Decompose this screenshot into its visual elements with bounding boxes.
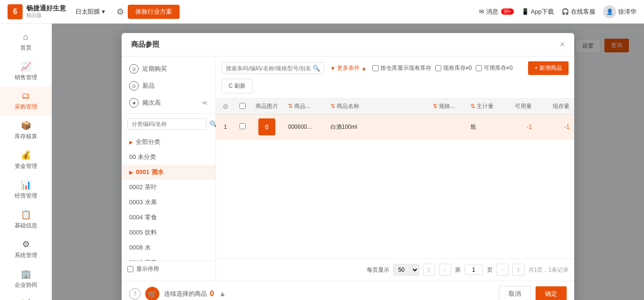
nav-recent-purchase[interactable]: ⊙ 近期购买: [122, 60, 215, 77]
last-page-button[interactable]: ⟫: [512, 264, 525, 276]
recent-purchase-label: 近期购买: [142, 65, 167, 73]
col-img-label: 商品图片: [256, 103, 278, 109]
cart-text-area: 连续选择的商品 0: [164, 290, 214, 298]
cart-text-label: 连续选择的商品: [164, 290, 207, 298]
app-download-btn[interactable]: 📱 App下载: [521, 8, 554, 16]
cancel-button[interactable]: 取消: [499, 286, 531, 300]
logo-icon: 6: [8, 4, 23, 19]
mobile-icon: 📱: [521, 8, 529, 15]
per-page-select[interactable]: 50 100 200: [393, 264, 419, 275]
sidebar-item-home[interactable]: ⌂ 首页: [0, 27, 51, 57]
sidebar-label-system: 系统管理: [15, 251, 37, 259]
filter-warehouse-check[interactable]: 按仓库显示现有库存: [372, 64, 431, 72]
page-suffix: 页: [487, 266, 493, 274]
category-search-input[interactable]: [127, 118, 206, 130]
category-item-0004[interactable]: 0004 零食: [122, 210, 215, 225]
category-label-0003: 0003 水果: [129, 199, 157, 206]
headset-icon: 🎧: [561, 8, 569, 15]
show-disabled-checkbox[interactable]: [127, 266, 133, 272]
help-button[interactable]: ?: [129, 288, 140, 300]
category-item-0005[interactable]: 0005 饮料: [122, 225, 215, 240]
sidebar-label-sales: 销售管理: [15, 74, 37, 82]
sidebar-item-system[interactable]: ⚙ 系统管理: [0, 234, 51, 264]
store-selector[interactable]: 日太阳膜 ▾: [75, 8, 107, 16]
category-item-0008[interactable]: 0008 水: [122, 240, 215, 255]
sidebar-item-sales[interactable]: 📈 销售管理: [0, 57, 51, 86]
sidebar-item-basic-info[interactable]: 📋 基础信息: [0, 205, 51, 234]
username: 徐泽华: [618, 8, 636, 16]
logo-text: 畅捷通好生意: [26, 4, 66, 12]
col-unit-header[interactable]: ⇅ 主计量: [466, 99, 499, 115]
recent-purchase-icon: ⊙: [129, 64, 139, 74]
category-label-all: 全部分类: [136, 138, 160, 146]
row-checkbox-cell[interactable]: [235, 115, 250, 140]
first-page-button[interactable]: ⟪: [423, 264, 435, 276]
collapse-left-icon[interactable]: ≪: [202, 100, 208, 106]
col-code-header[interactable]: ⇅ 商品...: [283, 99, 326, 115]
row-no: 1: [216, 115, 235, 140]
main-layout: ⌂ 首页 📈 销售管理 🗂 采购管理 📦 库存核算 💰 资金管理 📊 经营管理 …: [0, 24, 644, 300]
online-service-btn[interactable]: 🎧 在线客服: [561, 8, 595, 16]
topnav: 6 畅捷通好生意 精品版 日太阳膜 ▾ ⚙ 体验行业方案 ✉ 消息 99+ 📱 …: [0, 0, 644, 24]
toolbar: 🔍 ▼ 更多条件 ▲ 按仓库显示现有库存: [216, 57, 574, 99]
right-panel: 🔍 ▼ 更多条件 ▲ 按仓库显示现有库存: [216, 57, 574, 281]
select-all-checkbox[interactable]: [239, 103, 246, 109]
refresh-button[interactable]: C 刷新: [222, 79, 253, 93]
modal-close-button[interactable]: ×: [560, 40, 565, 50]
row-checkbox[interactable]: [239, 123, 246, 129]
sidebar-item-business[interactable]: 📊 经营管理: [0, 175, 51, 205]
left-panel: ⊙ 近期购买 ⊙ 新品 ★ 频次高 ≪: [122, 57, 216, 281]
sidebar-item-guide[interactable]: 🔰 新手引导: [0, 294, 51, 300]
sidebar-item-inventory[interactable]: 📦 库存核算: [0, 116, 51, 145]
table-row[interactable]: 1 6 000600... 白酒100ml: [216, 115, 574, 140]
add-product-button[interactable]: + 新增商品: [528, 61, 569, 75]
filter-usable-label: 可用库存≠0: [484, 64, 512, 72]
modal-overlay: 商品参照 × ⊙ 近期购买 ⊙ 新品: [52, 24, 644, 300]
row-code: 000600...: [283, 115, 326, 140]
home-icon: ⌂: [23, 32, 28, 42]
product-table-area: ⚙ 商品图片 ⇅: [216, 99, 574, 258]
per-page-label: 每页显示: [367, 266, 389, 274]
filter-warehouse-checkbox[interactable]: [372, 65, 379, 71]
category-item-0003[interactable]: 0003 水果: [122, 195, 215, 210]
category-item-0010[interactable]: 0010 家电: [122, 255, 215, 261]
confirm-button[interactable]: 确定: [536, 286, 567, 300]
settings-button[interactable]: ⚙: [113, 4, 128, 19]
category-item-all[interactable]: ▶ 全部分类: [122, 134, 215, 150]
nav-frequent[interactable]: ★ 频次高 ≪: [122, 94, 215, 111]
sidebar-item-enterprise[interactable]: 🏢 企业协同: [0, 264, 51, 294]
messages-label: 消息: [486, 8, 498, 16]
nav-new-products[interactable]: ⊙ 新品: [122, 77, 215, 94]
next-page-button[interactable]: ›: [496, 264, 509, 276]
col-spec-header[interactable]: ⇅ 规格...: [428, 99, 466, 115]
category-item-00[interactable]: 00 未分类: [122, 150, 215, 165]
cart-button[interactable]: 🛒: [145, 287, 159, 300]
col-name-header[interactable]: ⇅ 商品名称: [326, 99, 428, 115]
filter-available-check[interactable]: 现有库存≠0: [435, 64, 472, 72]
trial-button[interactable]: 体验行业方案: [128, 5, 180, 19]
store-name: 日太阳膜: [75, 8, 100, 16]
row-name: 白酒100ml: [326, 115, 428, 140]
page-input[interactable]: [464, 265, 483, 275]
filter-available-checkbox[interactable]: [435, 65, 441, 71]
footer-collapse-button[interactable]: ▲: [219, 290, 226, 298]
col-settings[interactable]: ⚙: [216, 99, 235, 115]
sidebar-item-purchase[interactable]: 🗂 采购管理: [0, 86, 51, 116]
sidebar-item-finance[interactable]: 💰 资金管理: [0, 145, 51, 175]
user-area[interactable]: 👤 徐泽华: [603, 5, 636, 18]
product-search-input[interactable]: [226, 65, 311, 72]
filter-usable-checkbox[interactable]: [476, 65, 482, 71]
prev-page-button[interactable]: ‹: [439, 264, 451, 276]
product-image: 6: [258, 118, 275, 135]
messages-btn[interactable]: ✉ 消息 99+: [479, 8, 514, 16]
row-stock: -1: [537, 115, 574, 140]
basic-info-icon: 📋: [21, 209, 31, 220]
row-img-cell: 6: [250, 115, 283, 140]
category-label-0001: 0001 酒水: [136, 168, 164, 176]
inventory-icon: 📦: [21, 120, 31, 131]
category-item-0001[interactable]: ▶ 0001 酒水: [122, 165, 215, 180]
filter-more-button[interactable]: ▼ 更多条件 ▲: [328, 62, 369, 74]
filter-usable-check[interactable]: 可用库存≠0: [476, 64, 512, 72]
category-item-0002[interactable]: 0002 茶叶: [122, 180, 215, 195]
avatar: 👤: [603, 5, 616, 18]
